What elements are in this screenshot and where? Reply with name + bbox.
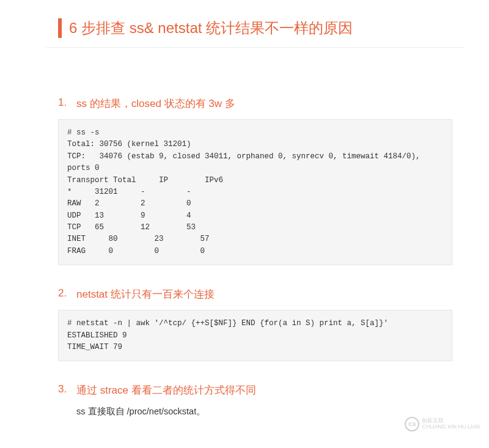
section-2-code: # netstat -n | awk '/^tcp/ {++S[$NF]} EN… <box>58 310 452 361</box>
section-1: 1. ss 的结果，closed 状态的有 3w 多 # ss -s Total… <box>58 97 452 265</box>
main-title-row: 6 步排查 ss& netstat 统计结果不一样的原因 <box>58 18 452 38</box>
watermark-line2: CHUANG XIN HU LIAN <box>422 424 480 430</box>
section-2-heading: 2. netstat 统计只有一百来个连接 <box>58 287 452 301</box>
section-3-body: ss 直接取自 /proc/net/sockstat。 <box>76 406 452 417</box>
section-3-heading: 3. 通过 strace 看看二者的统计方式得不同 <box>58 383 452 397</box>
page-title: 6 步排查 ss& netstat 统计结果不一样的原因 <box>69 18 353 37</box>
section-2-title: netstat 统计只有一百来个连接 <box>76 287 215 301</box>
watermark-text: 创新互联 CHUANG XIN HU LIAN <box>422 418 480 430</box>
title-accent-bar <box>58 18 62 38</box>
watermark-icon: CX <box>405 417 419 431</box>
watermark: CX 创新互联 CHUANG XIN HU LIAN <box>405 417 480 431</box>
section-3-number: 3. <box>58 383 70 397</box>
title-divider <box>46 47 465 48</box>
section-1-code: # ss -s Total: 30756 (kernel 31201) TCP:… <box>58 119 452 265</box>
section-1-heading: 1. ss 的结果，closed 状态的有 3w 多 <box>58 97 452 111</box>
section-3: 3. 通过 strace 看看二者的统计方式得不同 ss 直接取自 /proc/… <box>58 383 452 417</box>
section-1-title: ss 的结果，closed 状态的有 3w 多 <box>76 97 235 111</box>
section-1-number: 1. <box>58 97 70 111</box>
section-2-number: 2. <box>58 287 70 301</box>
section-3-title: 通过 strace 看看二者的统计方式得不同 <box>76 383 256 397</box>
section-2: 2. netstat 统计只有一百来个连接 # netstat -n | awk… <box>58 287 452 361</box>
